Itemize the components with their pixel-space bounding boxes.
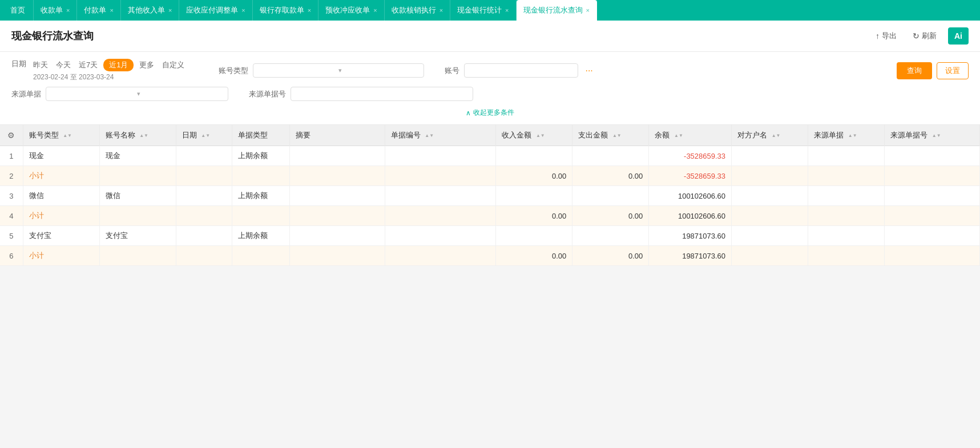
account-input[interactable] [469,66,573,75]
th-source-doc[interactable]: 来源单据 ▲▼ [808,125,885,146]
th-summary[interactable]: 摘要 [289,125,385,146]
refresh-button[interactable]: ↻ 刷新 [908,29,941,43]
source-doc-num-input[interactable] [296,90,468,98]
th-account-type[interactable]: 账号类型 ▲▼ [23,125,99,146]
table-header-row: ⚙ 账号类型 ▲▼ 账号名称 ▲▼ 日期 ▲▼ 单据类型 摘 [0,125,980,146]
th-expense[interactable]: 支出金额 ▲▼ [572,125,649,146]
sort-icon: ▲▼ [674,134,683,138]
close-icon[interactable]: × [168,7,172,14]
cell-doc-type: 上期余额 [232,226,289,246]
cell-counterpart [732,246,808,266]
refresh-label: 刷新 [922,31,937,41]
nav-label-ar-ap-adjust: 应收应付调整单 [186,5,238,15]
th-balance[interactable]: 余额 ▲▼ [649,125,732,146]
th-source-doc-no[interactable]: 来源单据号 ▲▼ [885,125,980,146]
th-date[interactable]: 日期 ▲▼ [176,125,232,146]
cell-income [496,226,572,246]
nav-item-pre-collect[interactable]: 预收冲应收单 × [318,0,384,21]
cell-expense: 0.00 [572,166,649,186]
export-button[interactable]: ↑ 导出 [871,29,901,43]
source-doc-value [51,90,137,98]
date-label: 日期 [11,59,26,69]
close-icon[interactable]: × [110,7,113,14]
settings-icon[interactable]: ⚙ [7,131,15,140]
sort-icon: ▲▼ [201,134,210,138]
date-range-display: 2023-02-24 至 2023-03-24 [33,72,187,82]
th-expense-label: 支出金额 [578,131,608,139]
account-type-select[interactable]: ▾ [253,63,424,78]
cell-source-doc-no [885,246,980,266]
close-icon[interactable]: × [308,7,311,14]
cell-counterpart [732,226,808,246]
sort-icon: ▲▼ [425,134,434,138]
nav-item-receipt[interactable]: 收款单 × [34,0,77,21]
date-options: 昨天 今天 近7天 近1月 更多 自定义 [31,59,187,71]
date-option-custom[interactable]: 自定义 [160,59,187,71]
close-icon[interactable]: × [66,7,70,14]
nav-item-home[interactable]: 首页 [2,0,34,21]
collapse-bar[interactable]: ∧ 收起更多条件 [11,106,969,120]
account-type-arrow-icon: ▾ [338,67,419,74]
cell-balance: 19871073.60 [649,226,732,246]
collapse-up-icon: ∧ [466,109,471,117]
query-button[interactable]: 查询 [897,62,932,79]
close-icon[interactable]: × [505,7,509,14]
close-icon[interactable]: × [373,7,377,14]
cell-summary [289,146,385,166]
cell-balance: 100102606.60 [649,206,732,226]
ai-button[interactable]: Ai [948,27,969,45]
cell-counterpart [732,146,808,166]
account-more-button[interactable]: ··· [583,66,595,76]
cell-account-name [99,166,176,186]
sort-icon: ▲▼ [848,134,857,138]
th-settings[interactable]: ⚙ [0,125,23,146]
th-doc-type[interactable]: 单据类型 [232,125,289,146]
nav-item-payment[interactable]: 付款单 × [77,0,120,21]
date-option-1month[interactable]: 近1月 [103,59,134,71]
cell-account-type: 微信 [23,186,99,206]
source-doc-group: 来源单据 ▾ [11,87,228,101]
date-option-more[interactable]: 更多 [137,59,156,71]
cell-doc-type: 上期余额 [232,186,289,206]
th-income[interactable]: 收入金额 ▲▼ [496,125,572,146]
date-option-7days[interactable]: 近7天 [76,59,100,71]
row-number: 4 [0,206,23,226]
sort-icon: ▲▼ [63,134,72,138]
th-account-name[interactable]: 账号名称 ▲▼ [99,125,176,146]
nav-label-other-income: 其他收入单 [128,5,165,15]
nav-item-cash-flow[interactable]: 现金银行流水查询 × [517,0,597,21]
cell-date [176,246,232,266]
nav-item-bank-deposit[interactable]: 银行存取款单 × [253,0,318,21]
account-label: 账号 [445,66,459,76]
row-number: 6 [0,246,23,266]
table-row: 6小计0.000.0019871073.60 [0,246,980,266]
nav-item-cash-stat[interactable]: 现金银行统计 × [450,0,516,21]
cell-expense [572,146,649,166]
row-number: 1 [0,146,23,166]
filter-row-1: 日期 昨天 今天 近7天 近1月 更多 自定义 2023-02-24 至 202… [11,59,969,82]
cell-account-type: 小计 [23,246,99,266]
th-doc-no[interactable]: 单据编号 ▲▼ [385,125,496,146]
close-icon[interactable]: × [586,7,590,14]
nav-item-other-income[interactable]: 其他收入单 × [121,0,179,21]
cell-income: 0.00 [496,246,572,266]
th-counterpart[interactable]: 对方户名 ▲▼ [732,125,808,146]
date-option-today[interactable]: 今天 [54,59,73,71]
settings-button[interactable]: 设置 [937,62,969,79]
nav-item-ar-ap-adjust[interactable]: 应收应付调整单 × [179,0,252,21]
cell-source-doc [808,226,885,246]
date-option-yesterday[interactable]: 昨天 [31,59,50,71]
nav-label-payment: 付款单 [84,5,106,15]
th-counterpart-label: 对方户名 [737,131,767,139]
source-doc-select[interactable]: ▾ [46,87,228,101]
row-number: 5 [0,226,23,246]
account-input-container[interactable] [464,63,578,78]
close-icon[interactable]: × [439,7,443,14]
source-doc-num-container[interactable] [291,87,473,101]
cell-doc-no [385,226,496,246]
cell-source-doc [808,186,885,206]
nav-item-verify-exec[interactable]: 收款核销执行 × [385,0,450,21]
close-icon[interactable]: × [241,7,245,14]
cell-doc-no [385,146,496,166]
th-date-label: 日期 [182,131,197,139]
